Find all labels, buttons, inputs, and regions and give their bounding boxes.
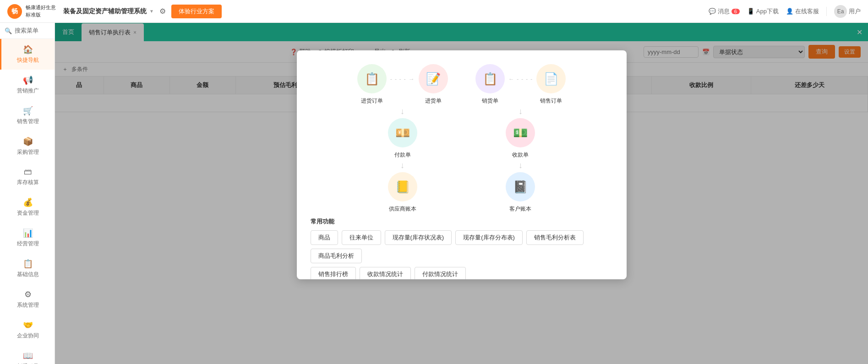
marketing-icon: 📢 [23, 75, 33, 85]
purchase-order-node: 📋 进货订单 [357, 64, 387, 105]
func-btn-contacts[interactable]: 往来单位 [342, 230, 381, 245]
supplier-ledger-label: 供应商账本 [389, 205, 416, 213]
purchase-flow: 📋 进货订单 - - - - → 📝 进货单 [357, 64, 448, 213]
popup-panel: 📋 进货订单 - - - - → 📝 进货单 [297, 50, 627, 279]
sidebar: 🔍 搜索菜单 🏠 快捷导航 📢 营销推广 🛒 销售管理 📦 采购管理 🗃 [0, 23, 55, 364]
receipt-circle: 💵 [506, 118, 535, 147]
system-title: 装备及固定资产辅助管理系统 ▼ [63, 7, 154, 16]
message-badge: 6 [732, 9, 740, 14]
purchase-bill-circle: 📝 [419, 64, 448, 93]
sale-order-node: 📄 销售订单 [536, 64, 566, 105]
overlay[interactable]: 📋 进货订单 - - - - → 📝 进货单 [55, 23, 868, 364]
purchase-top-row: 📋 进货订单 - - - - → 📝 进货单 [357, 64, 448, 105]
payment-label: 付款单 [394, 151, 411, 159]
receipt-node: 💵 收款单 [506, 118, 535, 159]
func-btn-payment-stats[interactable]: 付款情况统计 [415, 267, 466, 279]
func-row-1: 商品 往来单位 现存量(库存状况表) 现存量(库存分布表) 销售毛利分析表 商品… [311, 230, 613, 263]
system-dropdown-arrow[interactable]: ▼ [149, 9, 154, 14]
sidebar-item-system[interactable]: ⚙ 系统管理 [0, 284, 55, 315]
func-btn-gross-margin[interactable]: 销售毛利分析表 [526, 230, 584, 245]
sidebar-item-sales[interactable]: 🛒 销售管理 [0, 100, 55, 131]
content-area: 首页 销售订单执行表 × ✕ ❓ 帮助 🖨 [55, 23, 868, 364]
func-btn-stock-status[interactable]: 现存量(库存状况表) [385, 230, 452, 245]
func-btn-product-margin[interactable]: 商品毛利分析 [311, 249, 362, 263]
sidebar-item-quick-nav[interactable]: 🏠 快捷导航 [0, 39, 55, 70]
search-menu[interactable]: 🔍 搜索菜单 [0, 23, 55, 39]
service-icon: 👤 [786, 8, 793, 15]
sales-top-row: 📋 销货单 ← - - - - 📄 销售订单 [475, 64, 566, 105]
sidebar-item-operations[interactable]: 📊 经营管理 [0, 223, 55, 253]
func-btn-stock-dist[interactable]: 现存量(库存分布表) [455, 230, 523, 245]
sidebar-item-inventory[interactable]: 🗃 库存核算 [0, 162, 55, 192]
sale-bill-label: 销货单 [482, 97, 498, 105]
search-icon: 🔍 [5, 27, 12, 34]
basic-info-icon: 📋 [23, 259, 33, 269]
purchase-bill-node: 📝 进货单 [419, 64, 448, 105]
common-funcs-section: 常用功能 商品 往来单位 现存量(库存状况表) 现存量(库存分布表) 销售毛利分… [311, 217, 613, 279]
sidebar-item-finance[interactable]: 💰 资金管理 [0, 192, 55, 223]
beginner-icon: 📖 [23, 351, 33, 361]
purchase-icon: 📦 [23, 136, 33, 147]
func-btn-receipt-stats[interactable]: 收款情况统计 [360, 267, 411, 279]
sales-icon: 🛒 [23, 106, 33, 116]
sidebar-item-enterprise[interactable]: 🤝 企业协同 [0, 315, 55, 345]
settings-icon[interactable]: ⚙ [159, 7, 166, 16]
payment-node: 💴 付款单 [388, 118, 417, 159]
customer-ledger-node: 📓 客户账本 [506, 172, 535, 213]
app-download-button[interactable]: 📱 App下载 [747, 7, 779, 16]
sales-flow: 📋 销货单 ← - - - - 📄 销售订单 [475, 64, 566, 213]
system-icon: ⚙ [24, 289, 32, 299]
purchase-bill-label: 进货单 [425, 97, 442, 105]
avatar: Ea [834, 5, 847, 18]
operations-icon: 📊 [23, 228, 33, 238]
func-btn-product[interactable]: 商品 [311, 230, 338, 245]
v-arrow-sale: ↓ [519, 107, 523, 116]
v-arrow-payment: ↓ [400, 161, 404, 170]
h-arrow-2: ← - - - - [505, 76, 537, 93]
message-button[interactable]: 💬 消息 6 [709, 7, 740, 16]
logo-icon: 畅 [7, 4, 22, 19]
purchase-order-label: 进货订单 [361, 97, 383, 105]
v-arrow-purchase: ↓ [400, 107, 404, 116]
func-row-2: 销售排行榜 收款情况统计 付款情况统计 [311, 267, 613, 279]
sidebar-item-beginner[interactable]: 📖 新手引导 [0, 345, 55, 364]
h-arrow-1: - - - - → [387, 76, 419, 93]
logo-text: 畅康通好生意 标准版 [26, 4, 56, 18]
logo-area: 畅 畅康通好生意 标准版 [7, 4, 58, 19]
user-area[interactable]: Ea 用户 [834, 5, 861, 18]
purchase-order-circle: 📋 [357, 64, 387, 93]
home-icon: 🏠 [23, 44, 33, 54]
sidebar-item-basic-info[interactable]: 📋 基础信息 [0, 253, 55, 284]
supplier-ledger-node: 📒 供应商账本 [388, 172, 417, 213]
customer-ledger-label: 客户账本 [509, 205, 531, 213]
payment-circle: 💴 [388, 118, 417, 147]
sidebar-item-marketing[interactable]: 📢 营销推广 [0, 70, 55, 100]
common-funcs-title: 常用功能 [311, 217, 613, 226]
func-btn-sales-rank[interactable]: 销售排行榜 [311, 267, 356, 279]
sale-bill-node: 📋 销货单 [475, 64, 505, 105]
download-icon: 📱 [747, 8, 754, 15]
sale-order-circle: 📄 [536, 64, 566, 93]
sale-order-label: 销售订单 [540, 97, 562, 105]
customer-ledger-circle: 📓 [506, 172, 535, 201]
divider [826, 7, 827, 16]
finance-icon: 💰 [23, 197, 33, 207]
trial-button[interactable]: 体验行业方案 [171, 5, 222, 18]
sale-bill-circle: 📋 [475, 64, 505, 93]
top-right-area: 💬 消息 6 📱 App下载 👤 在线客服 Ea 用户 [709, 5, 861, 18]
sidebar-item-purchase[interactable]: 📦 采购管理 [0, 131, 55, 162]
enterprise-icon: 🤝 [23, 320, 33, 330]
flow-diagram: 📋 进货订单 - - - - → 📝 进货单 [311, 64, 613, 213]
receipt-label: 收款单 [512, 151, 529, 159]
v-arrow-receipt: ↓ [519, 161, 523, 170]
inventory-icon: 🗃 [24, 167, 32, 177]
message-icon: 💬 [709, 8, 716, 15]
supplier-ledger-circle: 📒 [388, 172, 417, 201]
online-service-button[interactable]: 👤 在线客服 [786, 7, 819, 16]
